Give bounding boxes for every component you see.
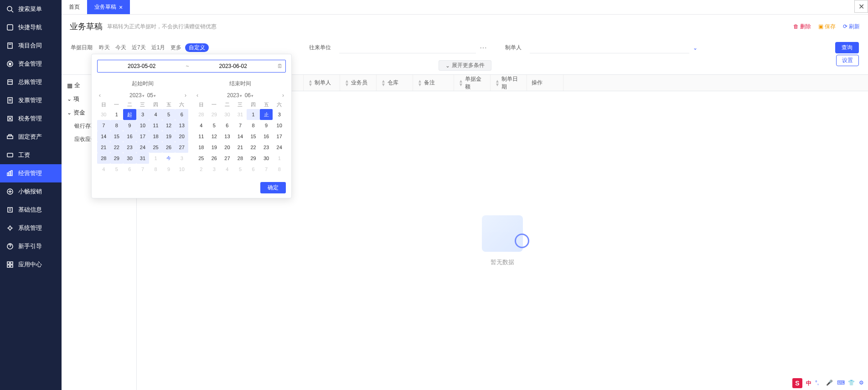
calendar-day[interactable]: 8 bbox=[273, 164, 286, 175]
calendar-day[interactable]: 31 bbox=[136, 153, 150, 164]
prev-month-button[interactable]: ‹ bbox=[99, 92, 101, 99]
calendar-day[interactable]: 14 bbox=[234, 131, 247, 142]
date-range-input[interactable]: ~ 🗓 bbox=[97, 60, 286, 73]
column-header[interactable]: ▲▼业务员 bbox=[340, 75, 377, 91]
calendar-day[interactable]: 13 bbox=[221, 131, 234, 142]
partner-lookup-button[interactable]: ⋯ bbox=[480, 43, 487, 52]
calendar-day[interactable]: 1 bbox=[149, 153, 162, 164]
date-preset-5[interactable]: 自定义 bbox=[185, 43, 209, 52]
calendar-day[interactable]: 10 bbox=[175, 164, 188, 175]
prev-month-button[interactable]: ‹ bbox=[196, 92, 198, 99]
date-preset-2[interactable]: 近7天 bbox=[130, 43, 148, 52]
date-preset-3[interactable]: 近1月 bbox=[150, 43, 167, 52]
sidebar-item-system[interactable]: 系统管理 bbox=[0, 219, 62, 237]
calendar-day[interactable]: 19 bbox=[162, 131, 176, 142]
calendar-day[interactable]: 2 bbox=[195, 164, 208, 175]
column-header[interactable]: ▲▼仓库 bbox=[377, 75, 413, 91]
calendar-day[interactable]: 11 bbox=[195, 131, 208, 142]
calendar-day[interactable]: 9 bbox=[260, 120, 273, 131]
calendar-day[interactable]: 4 bbox=[195, 120, 208, 131]
sidebar-item-guide[interactable]: 新手引导 bbox=[0, 237, 62, 255]
calendar-day[interactable]: 9 bbox=[162, 164, 176, 175]
tab-0[interactable]: 首页 bbox=[62, 0, 87, 14]
calendar-day[interactable]: 19 bbox=[208, 142, 221, 153]
setting-button[interactable]: 设置 bbox=[836, 55, 859, 66]
delete-button[interactable]: 🗑删除 bbox=[793, 23, 811, 31]
calendar-day[interactable]: 5 bbox=[110, 164, 124, 175]
calendar-day[interactable]: 3 bbox=[175, 153, 188, 164]
calendar-day[interactable]: 7 bbox=[136, 164, 150, 175]
calendar-day[interactable]: 29 bbox=[110, 153, 124, 164]
column-header[interactable]: ▲▼制单人 bbox=[304, 75, 340, 91]
start-date-input[interactable] bbox=[100, 63, 183, 69]
calendar-day[interactable]: 3 bbox=[208, 164, 221, 175]
sidebar-item-contract[interactable]: 项目合同 bbox=[0, 36, 62, 55]
window-close-button[interactable]: ✕ bbox=[854, 0, 868, 13]
next-month-button[interactable]: › bbox=[282, 92, 284, 99]
calendar-day[interactable]: 5 bbox=[234, 164, 247, 175]
calendar-day[interactable]: 25 bbox=[149, 142, 162, 153]
calendar-day[interactable]: 15 bbox=[247, 131, 260, 142]
calendar-day[interactable]: 7 bbox=[234, 120, 247, 131]
calendar-day[interactable]: 17 bbox=[136, 131, 150, 142]
calendar-day[interactable]: 26 bbox=[162, 142, 176, 153]
calendar-day[interactable]: 17 bbox=[273, 131, 286, 142]
calendar-day[interactable]: 8 bbox=[149, 164, 162, 175]
calendar-day[interactable]: 28 bbox=[97, 153, 110, 164]
sidebar-item-ledger[interactable]: 总账管理 bbox=[0, 73, 62, 91]
calendar-day[interactable]: 5 bbox=[208, 120, 221, 131]
date-preset-0[interactable]: 昨天 bbox=[97, 43, 112, 52]
calendar-day[interactable]: 3 bbox=[136, 109, 150, 120]
end-year-select[interactable]: 2023 bbox=[227, 92, 242, 99]
ime-badge[interactable]: S bbox=[792, 378, 802, 388]
calendar-day[interactable]: 26 bbox=[208, 153, 221, 164]
sidebar-item-asset[interactable]: 固定资产 bbox=[0, 128, 62, 146]
calendar-day[interactable]: 8 bbox=[110, 120, 124, 131]
calendar-day[interactable]: 8 bbox=[247, 120, 260, 131]
calendar-day[interactable]: 12 bbox=[208, 131, 221, 142]
gear-icon[interactable]: ⚙ bbox=[859, 380, 866, 387]
calendar-day[interactable]: 6 bbox=[221, 120, 234, 131]
chevron-down-icon[interactable]: ⌄ bbox=[693, 45, 698, 51]
calendar-day[interactable]: 1 bbox=[110, 109, 124, 120]
expand-more-button[interactable]: ⌄展开更多条件 bbox=[439, 60, 491, 71]
end-month-select[interactable]: 06 bbox=[245, 92, 253, 99]
calendar-day[interactable]: 25 bbox=[195, 153, 208, 164]
calendar-day[interactable]: 30 bbox=[260, 153, 273, 164]
calendar-day[interactable]: 7 bbox=[97, 120, 110, 131]
sidebar-item-info[interactable]: 基础信息 bbox=[0, 201, 62, 219]
calendar-day[interactable]: 22 bbox=[247, 142, 260, 153]
calendar-day[interactable]: 16 bbox=[260, 131, 273, 142]
calendar-day[interactable]: 21 bbox=[97, 142, 110, 153]
calendar-day[interactable]: 6 bbox=[247, 164, 260, 175]
calendar-day[interactable]: 1 bbox=[247, 109, 260, 120]
calendar-day[interactable]: 10 bbox=[136, 120, 150, 131]
calendar-day[interactable]: 15 bbox=[110, 131, 124, 142]
refresh-button[interactable]: ⟳刷新 bbox=[843, 23, 860, 31]
calendar-day[interactable]: 1 bbox=[273, 153, 286, 164]
calendar-day[interactable]: 29 bbox=[208, 109, 221, 120]
calendar-day[interactable]: 24 bbox=[136, 142, 150, 153]
datepicker-ok-button[interactable]: 确定 bbox=[260, 182, 286, 193]
calendar-day[interactable]: 30 bbox=[97, 109, 110, 120]
column-header[interactable]: ▲▼备注 bbox=[413, 75, 454, 91]
calendar-day[interactable]: 30 bbox=[123, 153, 136, 164]
calendar-day[interactable]: 27 bbox=[175, 142, 188, 153]
calendar-day[interactable]: 20 bbox=[221, 142, 234, 153]
partner-input[interactable] bbox=[339, 42, 476, 53]
tab-1[interactable]: 业务草稿× bbox=[87, 0, 130, 14]
calendar-day[interactable]: 23 bbox=[260, 142, 273, 153]
ime-lang[interactable]: 中 bbox=[806, 380, 811, 387]
sidebar-item-biz[interactable]: 经营管理 bbox=[0, 164, 62, 182]
calendar-day[interactable]: 12 bbox=[162, 120, 176, 131]
calendar-day[interactable]: 23 bbox=[123, 142, 136, 153]
sidebar-item-salary[interactable]: 工资 bbox=[0, 146, 62, 164]
calendar-day[interactable]: 14 bbox=[97, 131, 110, 142]
date-preset-1[interactable]: 今天 bbox=[114, 43, 128, 52]
next-month-button[interactable]: › bbox=[185, 92, 186, 99]
sidebar-item-invoice[interactable]: 发票管理 bbox=[0, 91, 62, 109]
calendar-day[interactable]: 起 bbox=[123, 109, 136, 120]
calendar-day[interactable]: 10 bbox=[273, 120, 286, 131]
calendar-day[interactable]: 24 bbox=[273, 142, 286, 153]
column-header[interactable]: ▲▼制单日期 bbox=[491, 75, 527, 91]
